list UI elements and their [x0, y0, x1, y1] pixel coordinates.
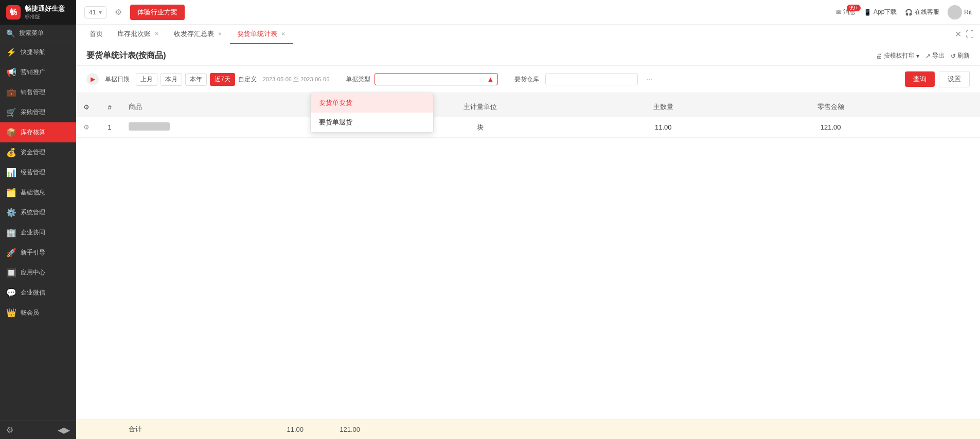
trial-button[interactable]: 体验行业方案 [130, 5, 185, 20]
export-button[interactable]: ↗ 导出 [925, 51, 945, 60]
wechat-icon: 💬 [6, 288, 15, 298]
col-extra [922, 97, 980, 117]
sidebar-search[interactable]: 🔍 搜索菜单 [0, 25, 76, 42]
tab-batch-account[interactable]: 库存批次账 × [110, 25, 167, 44]
footer-retail-amount: 121.00 [319, 426, 360, 433]
sidebar: 畅 畅捷通好生意 标准版 🔍 搜索菜单 ⚡ 快捷导航 📢 营销推广 💼 销售管理… [0, 0, 76, 439]
system-icon: ⚙️ [6, 208, 15, 217]
sidebar-footer: ⚙ ◀▶ [0, 420, 76, 439]
this-month-button[interactable]: 本月 [161, 73, 182, 86]
settings-footer-button[interactable]: ⚙ [6, 425, 13, 435]
type-dropdown-arrow-icon[interactable]: ▲ [487, 75, 494, 83]
type-filter-label: 单据类型 [346, 75, 370, 84]
type-filter-group: 单据类型 ▲ [346, 73, 498, 85]
tab-receive-summary-label: 收发存汇总表 [174, 29, 214, 39]
guide-icon: 🚀 [6, 248, 15, 258]
warehouse-filter-label: 要货仓库 [514, 75, 539, 84]
dropdown-item-purchase-return[interactable]: 要货单退货 [311, 113, 433, 132]
service-button[interactable]: 🎧 在线客服 [905, 8, 939, 16]
messages-button[interactable]: ✉ 消息 99+ [836, 8, 856, 16]
base-info-icon: 🗂️ [6, 188, 15, 197]
app-download-label: App下载 [874, 8, 897, 16]
app-logo: 畅 [6, 5, 21, 20]
settings-button[interactable]: 设置 [939, 71, 970, 87]
row-settings-icon[interactable]: ⚙ [76, 117, 97, 138]
sidebar-item-quick-nav[interactable]: ⚡ 快捷导航 [0, 42, 76, 62]
topbar-gear-icon[interactable]: ⚙ [113, 5, 124, 19]
type-filter-input[interactable] [375, 73, 498, 85]
warehouse-filter-input[interactable] [545, 73, 638, 85]
sidebar-item-operation[interactable]: 📊 经营管理 [0, 162, 76, 182]
sidebar-item-enterprise[interactable]: 🏢 企业协同 [0, 223, 76, 243]
marketing-icon: 📢 [6, 67, 15, 77]
type-input-wrapper: ▲ [375, 73, 498, 85]
sidebar-item-base-info[interactable]: 🗂️ 基础信息 [0, 182, 76, 203]
vip-icon: 👑 [6, 308, 15, 318]
footer-label: 合计 [129, 425, 201, 434]
print-button[interactable]: 🖨 按模板打印 ▾ [876, 51, 919, 60]
user-avatar-button[interactable]: Rit [948, 5, 972, 20]
inventory-icon: 📦 [6, 127, 15, 137]
row-retail-amount: 121.00 [739, 117, 922, 138]
query-button[interactable]: 查询 [905, 71, 935, 87]
col-settings[interactable]: ⚙ [76, 97, 97, 117]
sales-icon: 💼 [6, 87, 15, 97]
prev-month-button[interactable]: 上月 [136, 73, 157, 86]
col-main-qty: 主数量 [587, 97, 739, 117]
page-content: 要货单统计表(按商品) 🖨 按模板打印 ▾ ↗ 导出 ↺ 刷新 ▶ [76, 44, 980, 439]
col-index: # [97, 97, 122, 117]
this-year-button[interactable]: 本年 [185, 73, 207, 86]
quick-nav-icon: ⚡ [6, 47, 15, 57]
tab-batch-account-close[interactable]: × [154, 29, 159, 39]
dropdown-item-purchase-order[interactable]: 要货单要货 [311, 93, 433, 113]
data-table-area: ⚙ # 商品 主计量单位 主数量 零售金额 ⚙ 1 [76, 97, 980, 419]
sidebar-item-purchase[interactable]: 🛒 采购管理 [0, 102, 76, 122]
tab-home-label: 首页 [90, 29, 103, 39]
sidebar-item-label: 新手引导 [21, 248, 45, 257]
user-name: Rit [964, 9, 972, 16]
expand-tabs-button[interactable]: ⛶ [966, 30, 974, 39]
sidebar-item-guide[interactable]: 🚀 新手引导 [0, 243, 76, 263]
filter-more-button[interactable]: ··· [646, 75, 652, 83]
table-footer: 合计 11.00 121.00 [76, 419, 980, 439]
sidebar-item-label: 畅会员 [21, 308, 39, 317]
page-title: 要货单统计表(按商品) [86, 50, 166, 61]
tab-order-stats[interactable]: 要货单统计表 × [230, 25, 293, 44]
sidebar-item-label: 资金管理 [21, 148, 45, 157]
topbar-right: ✉ 消息 99+ 📱 App下载 🎧 在线客服 Rit [836, 5, 972, 20]
date-group: 上月 本月 本年 近7天 自定义 [136, 73, 257, 86]
refresh-button[interactable]: ↺ 刷新 [951, 51, 970, 60]
app-title: 畅捷通好生意 标准版 [25, 5, 65, 20]
filter-expand-button[interactable]: ▶ [86, 73, 99, 85]
main-content: 41 ▾ ⚙ 体验行业方案 ✉ 消息 99+ 📱 App下载 🎧 在线客服 R [76, 0, 980, 439]
close-all-tabs-button[interactable]: ✕ [955, 29, 961, 39]
message-icon: ✉ [836, 9, 841, 16]
sidebar-item-system[interactable]: ⚙️ 系统管理 [0, 203, 76, 223]
sidebar-item-finance[interactable]: 💰 资金管理 [0, 142, 76, 162]
date-range-display: 2023-05-06 至 2023-06-06 [263, 76, 330, 83]
sidebar-item-wechat[interactable]: 💬 企业微信 [0, 283, 76, 303]
user-avatar [948, 5, 962, 20]
finance-icon: 💰 [6, 148, 15, 157]
sidebar-item-label: 系统管理 [21, 208, 45, 217]
sidebar-item-label: 快捷导航 [21, 48, 45, 57]
tab-order-stats-close[interactable]: × [280, 29, 286, 39]
last-7-days-button[interactable]: 近7天 [210, 73, 235, 86]
custom-date-label[interactable]: 自定义 [238, 75, 257, 84]
filter-bar: ▶ 单据日期 上月 本月 本年 近7天 自定义 2023-05-06 至 202… [76, 66, 980, 93]
sidebar-item-app-center[interactable]: 🔲 应用中心 [0, 263, 76, 283]
data-table: ⚙ # 商品 主计量单位 主数量 零售金额 ⚙ 1 [76, 97, 980, 138]
row-extra [922, 117, 980, 138]
sidebar-item-marketing[interactable]: 📢 营销推广 [0, 62, 76, 82]
collapse-sidebar-button[interactable]: ◀▶ [58, 425, 70, 435]
topbar-left: 41 ▾ ⚙ 体验行业方案 [84, 5, 185, 20]
company-dropdown[interactable]: 41 ▾ [84, 6, 106, 19]
sidebar-item-vip[interactable]: 👑 畅会员 [0, 303, 76, 323]
sidebar-item-inventory[interactable]: 📦 库存核算 [0, 122, 76, 142]
enterprise-icon: 🏢 [6, 228, 15, 237]
tab-home[interactable]: 首页 [82, 25, 110, 44]
sidebar-item-sales[interactable]: 💼 销售管理 [0, 82, 76, 102]
tab-receive-summary-close[interactable]: × [217, 29, 223, 39]
tab-receive-summary[interactable]: 收发存汇总表 × [167, 25, 230, 44]
app-download-button[interactable]: 📱 App下载 [864, 8, 897, 16]
